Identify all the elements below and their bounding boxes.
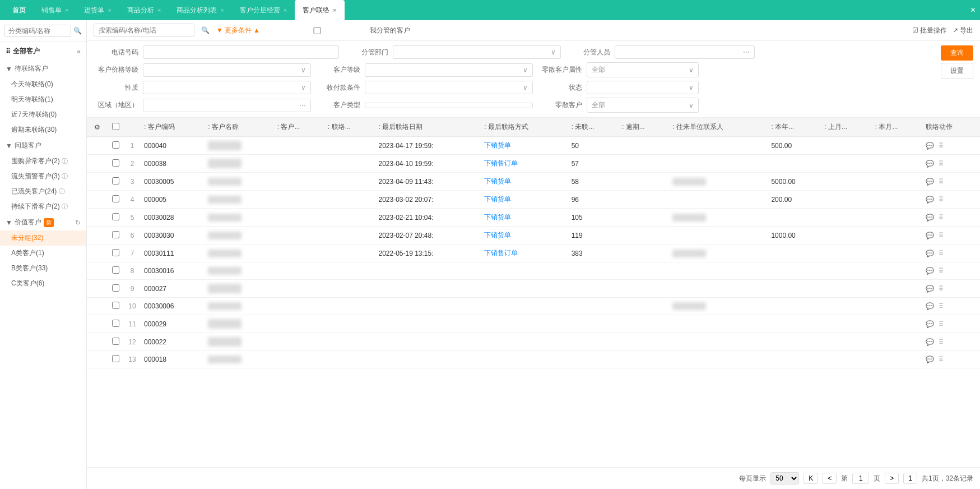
row-last-contact-method[interactable] [481,333,568,351]
overdue-col-header[interactable]: : 逾期... [619,118,669,137]
row-checkbox[interactable] [112,159,119,167]
more-action-icon[interactable]: ⠿ [939,214,944,222]
more-action-icon[interactable]: ⠿ [939,232,944,239]
next-page-btn[interactable]: > [885,473,899,484]
row-checkbox[interactable] [112,320,119,327]
window-close-button[interactable]: × [970,5,976,15]
more-action-icon[interactable]: ⠿ [939,320,944,328]
row-last-contact-method[interactable]: 下销货单 [481,137,568,155]
tab-analysis[interactable]: 商品分析 × [119,0,169,20]
tab-customer-contact[interactable]: 客户联络 × [295,0,344,20]
chat-action-icon[interactable]: 💬 [926,178,934,186]
value-refresh-icon[interactable]: ↻ [75,219,81,227]
row-checkbox[interactable] [112,302,119,309]
price-level-select[interactable]: ∨ [143,63,311,77]
type-col-header[interactable]: : 客户... [274,118,324,137]
phone-input[interactable] [143,45,339,59]
last-contact-method-col-header[interactable]: : 最后联络方式 [481,118,568,137]
first-page-btn[interactable]: K [803,473,818,484]
this-year-col-header[interactable]: : 本年... [768,118,821,137]
tab-sales[interactable]: 销售单 × [34,0,76,20]
row-checkbox-cell[interactable] [107,173,124,191]
category-search-input[interactable] [4,25,71,37]
row-checkbox-cell[interactable] [107,191,124,209]
chat-action-icon[interactable]: 💬 [926,214,934,222]
sidebar-item-class-c[interactable]: C类客户(6) [0,276,86,291]
row-checkbox[interactable] [112,355,119,362]
row-checkbox[interactable] [112,213,119,220]
sidebar-item-7days[interactable]: 近7天待联络(0) [0,107,86,122]
zero-customer-select[interactable]: 全部 ∨ [587,98,699,113]
sidebar-item-declining[interactable]: 持续下滑客户(2) ⓘ [0,199,86,214]
row-checkbox-cell[interactable] [107,351,124,368]
row-checkbox-cell[interactable] [107,315,124,333]
chat-action-icon[interactable]: 💬 [926,250,934,257]
chat-action-icon[interactable]: 💬 [926,320,934,328]
row-checkbox-cell[interactable] [107,245,124,262]
contact-method-link[interactable]: 下销售订单 [484,159,518,167]
contact-method-link[interactable]: 下销货单 [484,231,511,239]
chat-action-icon[interactable]: 💬 [926,142,934,150]
tab-analysis-list[interactable]: 商品分析列表 × [169,0,231,20]
more-action-icon[interactable]: ⠿ [939,196,944,204]
row-checkbox[interactable] [112,249,119,256]
chat-action-icon[interactable]: 💬 [926,267,934,275]
code-col-header[interactable]: : 客户编码 [141,118,205,137]
row-checkbox[interactable] [112,266,119,274]
this-month-col-header[interactable]: : 本月... [872,118,922,137]
no-contact-col-header[interactable]: : 未联... [568,118,619,137]
tab-customer-segment-close[interactable]: × [284,7,287,13]
sidebar-item-class-b[interactable]: B类客户(33) [0,261,86,276]
row-last-contact-method[interactable]: 下销货单 [481,209,568,227]
sidebar-group-value[interactable]: ▼ 价值客户 新 ↻ [0,214,86,230]
tab-sales-close[interactable]: × [65,7,68,13]
more-action-icon[interactable]: ⠿ [939,356,944,363]
more-conditions-btn[interactable]: ▼ 更多条件 ▲ [216,26,260,35]
tab-purchase-close[interactable]: × [108,7,111,13]
more-action-icon[interactable]: ⠿ [939,302,944,310]
row-checkbox[interactable] [112,141,119,149]
row-checkbox[interactable] [112,177,119,184]
sidebar-item-churned[interactable]: 已流失客户(24) ⓘ [0,184,86,199]
row-last-contact-method[interactable]: 下销货单 [481,173,568,191]
tab-analysis-close[interactable]: × [157,7,161,13]
all-customers-header[interactable]: ⠿ 全部客户 « [0,42,86,61]
last-contact-date-col-header[interactable]: : 最后联络日期 [375,118,481,137]
tab-customer-segment[interactable]: 客户分层经营 × [232,0,295,20]
row-checkbox-cell[interactable] [107,333,124,351]
chat-action-icon[interactable]: 💬 [926,285,934,293]
name-col-header[interactable]: : 客户名称 [205,118,273,137]
row-checkbox-cell[interactable] [107,209,124,227]
sidebar-group-pending[interactable]: ▼ 待联络客户 [0,61,86,77]
settings-icon[interactable]: ⚙ [94,123,100,131]
chat-action-icon[interactable]: 💬 [926,232,934,239]
manager-select[interactable]: ⋯ [615,45,755,59]
select-all-checkbox[interactable] [112,123,119,130]
query-button[interactable]: 查询 [941,45,973,61]
sidebar-item-ungrouped[interactable]: 未分组(32) [0,230,86,246]
tab-analysis-list-close[interactable]: × [220,7,224,13]
more-action-icon[interactable]: ⠿ [939,250,944,257]
row-last-contact-method[interactable]: 下销售订单 [481,245,568,262]
tab-customer-contact-close[interactable]: × [333,7,336,13]
row-last-contact-method[interactable] [481,262,568,280]
last-page-btn[interactable]: 1 [903,473,917,484]
more-action-icon[interactable]: ⠿ [939,338,944,346]
my-customers-checkbox[interactable] [267,27,368,34]
sidebar-item-churn-warning[interactable]: 流失预警客户(3) ⓘ [0,169,86,184]
row-checkbox-cell[interactable] [107,280,124,298]
prev-page-btn[interactable]: < [823,473,837,484]
export-btn[interactable]: ↗ 导出 [953,26,973,35]
row-last-contact-method[interactable]: 下销售订单 [481,155,568,173]
row-last-contact-method[interactable] [481,298,568,315]
more-action-icon[interactable]: ⠿ [939,285,944,293]
more-action-icon[interactable]: ⠿ [939,160,944,168]
sidebar-item-class-a[interactable]: A类客户(1) [0,246,86,261]
chat-action-icon[interactable]: 💬 [926,338,934,346]
sidebar-collapse-icon[interactable]: « [77,48,81,56]
sidebar-item-tomorrow[interactable]: 明天待联络(1) [0,92,86,107]
contact-method-link[interactable]: 下销货单 [484,141,511,149]
row-last-contact-method[interactable]: 下销货单 [481,227,568,245]
reset-button[interactable]: 设置 [941,63,973,79]
zero-sales-attr-select[interactable]: 全部 ∨ [587,62,699,77]
